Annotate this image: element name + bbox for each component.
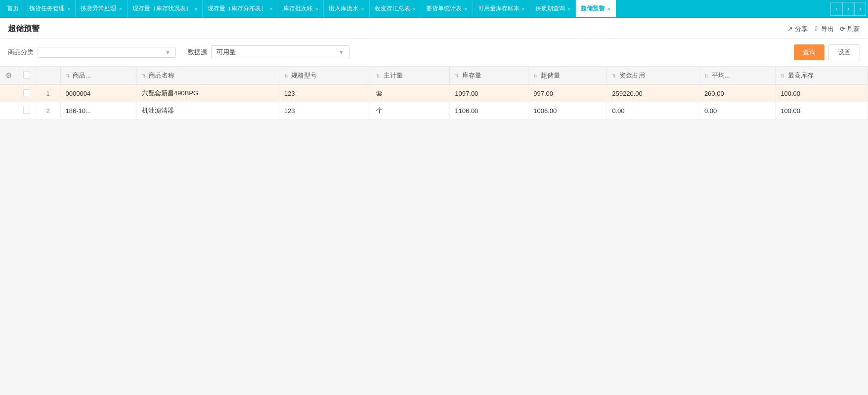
- nav-item-order-stat[interactable]: 要货单统计表 ×: [421, 0, 473, 18]
- td-spec-1: 123: [279, 102, 371, 119]
- td-avg-0: 260.00: [699, 85, 775, 102]
- commodity-class-select[interactable]: ▼: [38, 47, 176, 58]
- query-button[interactable]: 查询: [794, 44, 825, 60]
- nav-arrow-expand[interactable]: ›: [854, 2, 866, 16]
- nav-item-batch[interactable]: 库存批次账 ×: [278, 0, 324, 18]
- td-unit-0: 套: [371, 85, 450, 102]
- th-unit[interactable]: ⇅ 主计量: [371, 67, 450, 85]
- export-button[interactable]: ⇩ 导出: [814, 25, 834, 34]
- sort-icon-unit: ⇅: [376, 73, 380, 79]
- close-avail-ledger[interactable]: ×: [522, 6, 525, 12]
- export-icon: ⇩: [814, 25, 819, 33]
- th-capital[interactable]: ⇅ 资金占用: [607, 67, 699, 85]
- th-avg[interactable]: ⇅ 平均...: [699, 67, 775, 85]
- th-max-stock[interactable]: ⇅ 最高库存: [776, 67, 868, 85]
- td-overstock-0: 997.00: [528, 85, 607, 102]
- close-stock-status[interactable]: ×: [194, 6, 197, 12]
- share-icon: ↗: [787, 25, 793, 33]
- nav-item-stock-dist[interactable]: 现存量（库存分布表） ×: [203, 0, 278, 18]
- td-index-0: 1: [36, 85, 60, 102]
- nav-item-inout-flow[interactable]: 出入库流水 ×: [324, 0, 369, 18]
- refresh-button[interactable]: ⟳ 刷新: [840, 25, 860, 34]
- nav-item-overstock-warn[interactable]: 超储预警 ×: [576, 0, 615, 18]
- data-source-value: 可用量: [217, 48, 236, 57]
- nav-item-home[interactable]: 首页: [2, 0, 24, 18]
- chevron-down-icon-2: ▼: [339, 49, 344, 55]
- td-check-1[interactable]: [18, 102, 36, 119]
- refresh-icon: ⟳: [840, 25, 845, 33]
- table-area: ⚙ ⇅ 商品... ⇅ 商品名称 ⇅ 规格型号: [0, 67, 868, 119]
- commodity-class-label: 商品分类: [8, 48, 34, 57]
- gear-icon: ⚙: [5, 71, 12, 79]
- nav-item-recv-send[interactable]: 收发存汇总表 ×: [370, 0, 421, 18]
- page-title: 超储预警: [8, 24, 40, 34]
- close-batch[interactable]: ×: [315, 6, 318, 12]
- td-avg-1: 0.00: [699, 102, 775, 119]
- commodity-class-group: 商品分类 ▼: [8, 47, 176, 58]
- header-checkbox[interactable]: [23, 72, 30, 79]
- header-actions: ↗ 分享 ⇩ 导出 ⟳ 刷新: [787, 25, 860, 34]
- th-gear[interactable]: ⚙: [0, 67, 18, 85]
- td-index-1: 2: [36, 102, 60, 119]
- nav-item-stock-status[interactable]: 现存量（库存状况表） ×: [128, 0, 203, 18]
- td-stock-0: 1097.00: [450, 85, 528, 102]
- main-table: ⚙ ⇅ 商品... ⇅ 商品名称 ⇅ 规格型号: [0, 67, 868, 119]
- table-row: 1 0000004 六配套新昌490BPG 123 套 1097.00 997.…: [0, 85, 868, 102]
- td-capital-0: 259220.00: [607, 85, 699, 102]
- close-task-mgmt[interactable]: ×: [67, 6, 70, 12]
- sort-icon-overstock: ⇅: [533, 73, 537, 79]
- nav-item-quality-check[interactable]: 保质期查询 ×: [530, 0, 576, 18]
- td-check-0[interactable]: [18, 85, 36, 102]
- td-gear-1: [0, 102, 18, 119]
- share-button[interactable]: ↗ 分享: [787, 25, 808, 34]
- nav-arrows: ‹ › ›: [830, 2, 866, 16]
- th-checkbox[interactable]: [18, 67, 36, 85]
- data-source-label: 数据源: [188, 48, 207, 57]
- nav-arrow-right[interactable]: ›: [842, 2, 854, 16]
- td-product-code-0: 0000004: [60, 85, 136, 102]
- sort-icon-product-name: ⇅: [142, 73, 146, 79]
- page-header: 超储预警 ↗ 分享 ⇩ 导出 ⟳ 刷新: [0, 18, 868, 39]
- nav-arrow-left[interactable]: ‹: [830, 2, 842, 16]
- td-unit-1: 个: [371, 102, 450, 119]
- sort-icon-stock: ⇅: [455, 73, 459, 79]
- close-order-stat[interactable]: ×: [464, 6, 467, 12]
- sort-icon-max-stock: ⇅: [781, 73, 784, 79]
- td-max-stock-0: 100.00: [776, 85, 868, 102]
- row-checkbox-1[interactable]: [23, 107, 30, 114]
- th-product-name[interactable]: ⇅ 商品名称: [136, 67, 279, 85]
- nav-item-task-mgmt[interactable]: 拣货任务管理 ×: [24, 0, 76, 18]
- filter-actions: 查询 设置: [794, 44, 860, 60]
- close-quality-check[interactable]: ×: [567, 6, 570, 12]
- sort-icon-spec: ⇅: [284, 73, 288, 79]
- top-nav: 首页 拣货任务管理 × 拣货异常处理 × 现存量（库存状况表） × 现存量（库存…: [0, 0, 868, 18]
- nav-item-abnormal[interactable]: 拣货异常处理 ×: [76, 0, 127, 18]
- td-max-stock-1: 100.00: [776, 102, 868, 119]
- td-stock-1: 1106.00: [450, 102, 528, 119]
- sort-icon-product-code: ⇅: [66, 73, 70, 79]
- td-gear-0: [0, 85, 18, 102]
- close-recv-send[interactable]: ×: [413, 6, 416, 12]
- th-overstock[interactable]: ⇅ 超储量: [528, 67, 607, 85]
- td-product-name-1: 机油滤清器: [136, 102, 279, 119]
- td-product-code-1: 186-10...: [60, 102, 136, 119]
- close-abnormal[interactable]: ×: [119, 6, 122, 12]
- settings-button[interactable]: 设置: [828, 44, 860, 60]
- nav-item-avail-ledger[interactable]: 可用量库存账本 ×: [473, 0, 530, 18]
- sort-icon-capital: ⇅: [612, 73, 616, 79]
- row-checkbox-0[interactable]: [23, 89, 30, 96]
- th-stock[interactable]: ⇅ 库存量: [450, 67, 528, 85]
- close-overstock-warn[interactable]: ×: [607, 6, 610, 12]
- table-header-row: ⚙ ⇅ 商品... ⇅ 商品名称 ⇅ 规格型号: [0, 67, 868, 85]
- td-overstock-1: 1006.00: [528, 102, 607, 119]
- th-spec[interactable]: ⇅ 规格型号: [279, 67, 371, 85]
- data-source-select[interactable]: 可用量 ▼: [211, 45, 349, 59]
- close-inout-flow[interactable]: ×: [361, 6, 364, 12]
- td-product-name-0: 六配套新昌490BPG: [136, 85, 279, 102]
- th-index: [36, 67, 60, 85]
- th-product-code[interactable]: ⇅ 商品...: [60, 67, 136, 85]
- close-stock-dist[interactable]: ×: [269, 6, 272, 12]
- data-source-group: 数据源 可用量 ▼: [188, 45, 349, 59]
- table-row: 2 186-10... 机油滤清器 123 个 1106.00 1006.00 …: [0, 102, 868, 119]
- td-spec-0: 123: [279, 85, 371, 102]
